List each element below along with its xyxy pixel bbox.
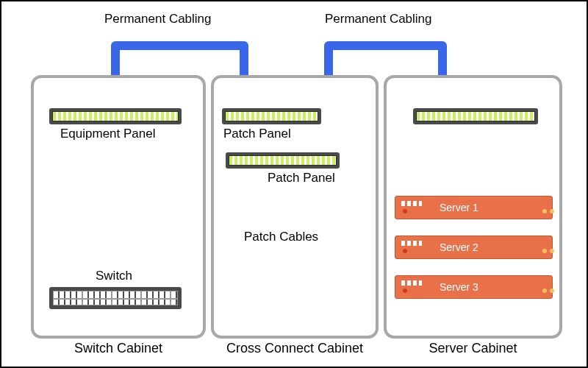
patch-panel-2-label: Patch Panel: [268, 171, 335, 185]
server-panel: [413, 108, 538, 124]
patch-panel-1: [222, 108, 321, 124]
patch-cables-label: Patch Cables: [244, 230, 318, 244]
server-cabinet-label: Server Cabinet: [387, 341, 559, 356]
server-1: Server 1: [395, 196, 553, 219]
equipment-panel-label: Equipment Panel: [60, 127, 155, 141]
patch-panel-1-label: Patch Panel: [223, 127, 291, 141]
switch-cabinet-label: Switch Cabinet: [34, 341, 203, 356]
patch-panel-2: [226, 152, 340, 169]
server-3-label: Server 3: [440, 281, 478, 293]
cross-connect-cabinet-label: Cross Connect Cabinet: [214, 341, 376, 356]
switch-device: [49, 287, 182, 309]
server-2: Server 2: [395, 236, 553, 259]
server-3: Server 3: [395, 275, 553, 299]
permanent-cabling-left-label: Permanent Cabling: [104, 12, 212, 26]
equipment-panel: [49, 108, 182, 124]
server-2-label: Server 2: [440, 241, 478, 253]
permanent-cabling-right-label: Permanent Cabling: [325, 12, 432, 26]
switch-label: Switch: [96, 269, 132, 283]
diagram-canvas: Permanent Cabling Permanent Cabling Swit…: [0, 0, 588, 368]
server-1-label: Server 1: [440, 202, 478, 213]
